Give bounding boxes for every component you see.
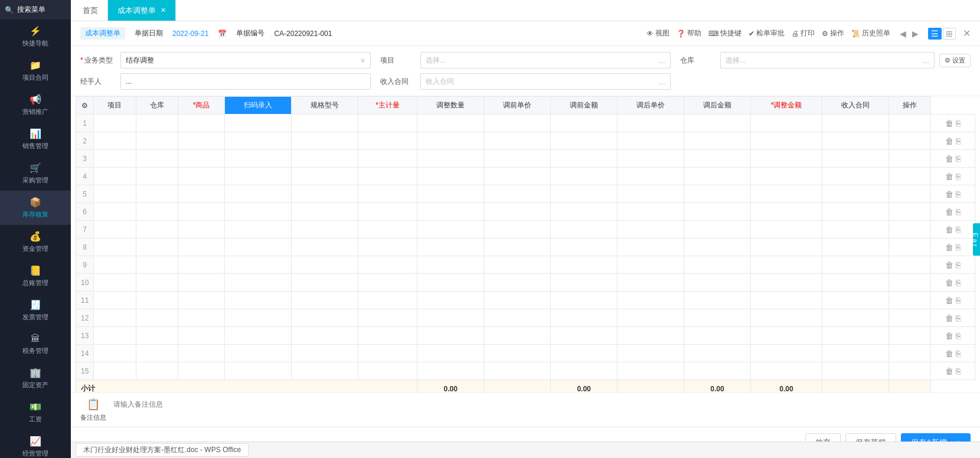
business-type-select[interactable]: 结存调整 ∨ <box>120 52 371 68</box>
table-cell[interactable] <box>484 132 551 150</box>
sidebar-item-purchase[interactable]: 🛒 采购管理 <box>0 156 71 191</box>
table-cell[interactable] <box>417 150 484 168</box>
table-cell[interactable] <box>94 362 136 380</box>
table-cell[interactable] <box>225 203 292 221</box>
table-cell[interactable] <box>358 114 417 132</box>
table-cell[interactable] <box>136 292 178 309</box>
delete-row-button[interactable]: 🗑 <box>945 119 953 128</box>
table-cell[interactable] <box>618 274 684 292</box>
table-cell[interactable] <box>417 238 484 256</box>
table-cell[interactable] <box>484 185 551 203</box>
table-cell[interactable] <box>822 274 889 292</box>
table-cell[interactable] <box>822 256 889 274</box>
help-action[interactable]: ❓ 帮助 <box>677 28 701 38</box>
table-cell[interactable] <box>358 132 417 150</box>
table-cell[interactable] <box>822 309 889 327</box>
table-cell[interactable] <box>551 309 618 327</box>
table-cell[interactable] <box>750 327 822 345</box>
print-action[interactable]: 🖨 打印 <box>792 28 815 38</box>
table-cell[interactable] <box>484 168 551 185</box>
table-cell[interactable] <box>618 203 684 221</box>
table-cell[interactable] <box>888 292 930 309</box>
table-cell[interactable] <box>822 327 889 345</box>
table-cell[interactable] <box>551 327 618 345</box>
table-cell[interactable] <box>178 203 224 221</box>
table-cell[interactable] <box>750 150 822 168</box>
table-cell[interactable] <box>618 168 684 185</box>
delete-row-button[interactable]: 🗑 <box>945 154 953 163</box>
table-cell[interactable] <box>94 345 136 362</box>
table-cell[interactable] <box>551 168 618 185</box>
table-cell[interactable] <box>888 168 930 185</box>
table-cell[interactable] <box>358 150 417 168</box>
table-cell[interactable] <box>750 168 822 185</box>
table-cell[interactable] <box>822 168 889 185</box>
copy-row-button[interactable]: ⎘ <box>956 331 961 341</box>
table-cell[interactable] <box>618 309 684 327</box>
table-cell[interactable] <box>358 292 417 309</box>
table-cell[interactable] <box>178 168 224 185</box>
table-cell[interactable] <box>822 221 889 238</box>
table-cell[interactable] <box>484 292 551 309</box>
table-cell[interactable] <box>417 327 484 345</box>
table-cell[interactable] <box>684 203 751 221</box>
table-cell[interactable] <box>551 114 618 132</box>
table-cell[interactable] <box>551 274 618 292</box>
copy-row-button[interactable]: ⎘ <box>956 189 961 199</box>
table-cell[interactable] <box>551 185 618 203</box>
table-cell[interactable] <box>484 327 551 345</box>
delete-row-button[interactable]: 🗑 <box>945 367 953 376</box>
delete-row-button[interactable]: 🗑 <box>945 313 953 323</box>
table-cell[interactable] <box>750 274 822 292</box>
table-cell[interactable] <box>225 274 292 292</box>
table-cell[interactable] <box>136 185 178 203</box>
check-action[interactable]: ✔ 检单审批 <box>749 28 785 38</box>
table-cell[interactable] <box>292 203 358 221</box>
table-cell[interactable] <box>225 327 292 345</box>
settings-button[interactable]: ⚙ 设置 <box>939 54 971 67</box>
table-cell[interactable] <box>94 168 136 185</box>
table-cell[interactable] <box>822 185 889 203</box>
table-cell[interactable] <box>358 185 417 203</box>
sidebar-item-ledger[interactable]: 📒 总账管理 <box>0 259 71 293</box>
table-cell[interactable] <box>551 292 618 309</box>
table-cell[interactable] <box>551 345 618 362</box>
table-cell[interactable] <box>225 238 292 256</box>
table-cell[interactable] <box>618 238 684 256</box>
taskbar-item[interactable]: 木门行业好业财处理方案-墨红红.doc - WPS Office <box>76 443 249 457</box>
table-cell[interactable] <box>750 309 822 327</box>
tab-cost-adjust[interactable]: 成本调整单 ✕ <box>108 0 176 21</box>
sidebar-item-salary[interactable]: 💵 工资 <box>0 395 71 430</box>
table-cell[interactable] <box>684 238 751 256</box>
table-cell[interactable] <box>551 238 618 256</box>
table-cell[interactable] <box>178 185 224 203</box>
table-cell[interactable] <box>136 114 178 132</box>
table-cell[interactable] <box>94 327 136 345</box>
table-cell[interactable] <box>178 150 224 168</box>
table-cell[interactable] <box>888 309 930 327</box>
table-cell[interactable] <box>822 362 889 380</box>
table-cell[interactable] <box>292 114 358 132</box>
table-cell[interactable] <box>358 203 417 221</box>
table-cell[interactable] <box>618 185 684 203</box>
sidebar-item-operations[interactable]: 📈 经营管理 <box>0 430 71 458</box>
table-cell[interactable] <box>94 292 136 309</box>
table-cell[interactable] <box>750 292 822 309</box>
table-cell[interactable] <box>484 221 551 238</box>
table-cell[interactable] <box>292 150 358 168</box>
table-cell[interactable] <box>618 327 684 345</box>
table-cell[interactable] <box>750 132 822 150</box>
table-cell[interactable] <box>358 327 417 345</box>
table-cell[interactable] <box>417 256 484 274</box>
copy-row-button[interactable]: ⎘ <box>956 313 961 323</box>
table-cell[interactable] <box>888 203 930 221</box>
table-cell[interactable] <box>822 238 889 256</box>
table-cell[interactable] <box>292 292 358 309</box>
delete-row-button[interactable]: 🗑 <box>945 260 953 270</box>
date-value[interactable]: 2022-09-21 <box>172 30 208 38</box>
table-cell[interactable] <box>136 309 178 327</box>
table-cell[interactable] <box>822 292 889 309</box>
table-cell[interactable] <box>484 203 551 221</box>
copy-row-button[interactable]: ⎘ <box>956 225 961 234</box>
sidebar-item-sales-mgmt[interactable]: 📊 销售管理 <box>0 122 71 156</box>
